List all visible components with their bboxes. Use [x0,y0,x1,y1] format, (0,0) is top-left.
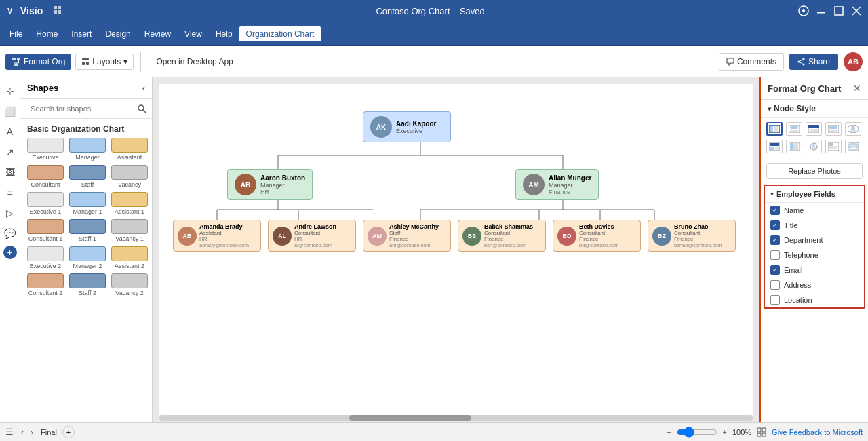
grid-icon[interactable] [54,6,63,16]
shape-executive-1[interactable]: Executive 1 [26,191,65,216]
format-close-button[interactable]: ✕ [853,83,861,94]
tool-add[interactable]: + [3,246,17,259]
maximize-icon[interactable] [833,5,845,17]
shape-executive[interactable]: Executive [26,136,65,162]
style-btn-6[interactable] [766,140,783,153]
style-btn-4[interactable] [825,122,842,136]
field-checkbox-telephone[interactable] [770,250,780,260]
style-btn-7[interactable] [786,140,802,153]
shapes-search-input[interactable] [26,102,134,115]
style-btn-2[interactable] [786,122,802,136]
zoom-in-button[interactable]: + [723,428,727,436]
field-checkbox-department[interactable] [770,235,780,245]
shape-staff-1[interactable]: Staff 1 [68,218,107,244]
node-aadi-kapoor[interactable]: AK Aadi Kapoor Executive [363,111,451,142]
tool-image[interactable]: 🖼 [2,164,18,180]
nav-menu-button[interactable]: ☰ [5,427,14,437]
share-button[interactable]: Share [789,54,838,70]
style-btn-5[interactable] [845,122,861,136]
style-btn-3[interactable] [806,122,822,136]
close-icon[interactable] [850,5,863,17]
shape-consultant[interactable]: Consultant [26,164,65,189]
node-style-header[interactable]: ▾ Node Style [761,100,868,118]
menu-org-chart[interactable]: Organization Chart [239,26,321,41]
tool-data[interactable]: ≡ [2,185,18,201]
shape-consultant-1[interactable]: Consultant 1 [26,218,65,244]
zoom-out-button[interactable]: − [667,428,671,436]
node-bruno-title: Consultant [674,230,722,236]
shape-staff-2[interactable]: Staff 2 [68,272,107,298]
shape-manager-1[interactable]: Manager 1 [68,191,107,216]
svg-rect-79 [757,433,761,436]
node-babak-shammas[interactable]: BS Babak Shammas Consultant Finance bsh@… [458,220,546,252]
canvas-area[interactable]: AK Aadi Kapoor Executive AB Aaron Buxton… [153,77,760,422]
shape-manager-2[interactable]: Manager 2 [68,245,107,271]
menu-help[interactable]: Help [209,26,239,41]
node-andre-lawson[interactable]: AL Andre Lawson Consultant HR al@contoso… [268,220,356,252]
tool-review[interactable]: 💬 [2,225,18,242]
h-scrollbar[interactable] [159,415,753,421]
field-checkbox-name[interactable] [770,206,780,215]
field-checkbox-email[interactable] [770,265,780,275]
menu-insert[interactable]: Insert [64,26,98,41]
style-btn-1[interactable] [766,122,783,136]
shape-vacancy[interactable]: Vacancy [110,164,149,189]
field-checkbox-address[interactable] [770,280,780,290]
settings-icon[interactable] [797,5,810,17]
shapes-collapse-icon[interactable]: ‹ [142,83,145,93]
fit-page-icon[interactable] [757,427,766,437]
tool-shapes[interactable]: ⬜ [2,103,18,119]
menu-home[interactable]: Home [29,26,64,41]
page-next-button[interactable]: › [28,427,35,437]
node-allan-munger[interactable]: AM Allan Munger Manager Finance [515,169,599,200]
format-org-button[interactable]: Format Org [5,54,71,70]
shape-assistant[interactable]: Assistant [110,136,149,162]
node-aaron-buxton[interactable]: AB Aaron Buxton Manager HR [227,169,313,200]
zoom-slider[interactable] [677,427,717,438]
layouts-dropdown-icon[interactable]: ▾ [123,57,127,66]
node-amanda-brady[interactable]: AB Amanda Brady Assistant HR abrady@cont… [173,220,261,252]
menu-review[interactable]: Review [138,26,178,41]
svg-rect-61 [770,147,774,150]
page-prev-button[interactable]: ‹ [19,427,26,437]
tool-text[interactable]: A [2,123,18,140]
user-avatar[interactable]: AB [844,52,863,71]
tool-connect[interactable]: ↗ [2,144,18,160]
menu-file[interactable]: File [3,26,29,41]
node-beth-davies[interactable]: BD Beth Davies Consultant Finance bd@con… [553,220,641,252]
shape-staff[interactable]: Staff [68,164,107,189]
layouts-button[interactable]: Layouts ▾ [75,54,134,70]
node-amanda-dept: HR [199,236,249,242]
shape-executive-2[interactable]: Executive 2 [26,245,65,271]
comments-button[interactable]: Comments [719,53,784,71]
shape-assistant-2[interactable]: Assistant 2 [110,245,149,271]
shape-vacancy-1[interactable]: Vacancy 1 [110,218,149,244]
feedback-link[interactable]: Give Feedback to Microsoft [772,428,863,436]
employee-fields-chevron[interactable]: ▾ [770,191,774,197]
tool-pointer[interactable]: ⊹ [2,83,18,99]
field-checkbox-title[interactable] [770,220,780,230]
field-checkbox-location[interactable] [770,295,780,305]
canvas-inner[interactable]: AK Aadi Kapoor Executive AB Aaron Buxton… [159,84,753,415]
svg-rect-73 [829,147,837,149]
field-label-email: Email [784,266,803,274]
node-ashley-mccarthy[interactable]: AM Ashley McCarthy Staff Finance am@cont… [363,220,451,252]
avatar-babak: BS [462,227,481,246]
menu-view[interactable]: View [178,26,209,41]
tool-process[interactable]: ▷ [2,205,18,221]
replace-photos-button[interactable]: Replace Photos [766,163,863,179]
minimize-icon[interactable] [815,5,827,17]
shape-manager[interactable]: Manager [68,136,107,162]
node-bruno-zhao[interactable]: BZ Bruno Zhao Consultant Finance bzhao@c… [648,220,736,252]
style-btn-10[interactable] [845,140,861,153]
search-icon[interactable] [137,104,146,113]
shape-assistant-1[interactable]: Assistant 1 [110,191,149,216]
style-btn-8[interactable] [806,140,822,153]
shape-vacancy-2[interactable]: Vacancy 2 [110,272,149,298]
h-scrollbar-thumb[interactable] [349,415,471,421]
open-desktop-button[interactable]: Open in Desktop App [148,54,241,69]
menu-design[interactable]: Design [98,26,137,41]
style-btn-9[interactable] [825,140,842,153]
add-page-button[interactable]: + [62,426,75,438]
shape-consultant-2[interactable]: Consultant 2 [26,272,65,298]
